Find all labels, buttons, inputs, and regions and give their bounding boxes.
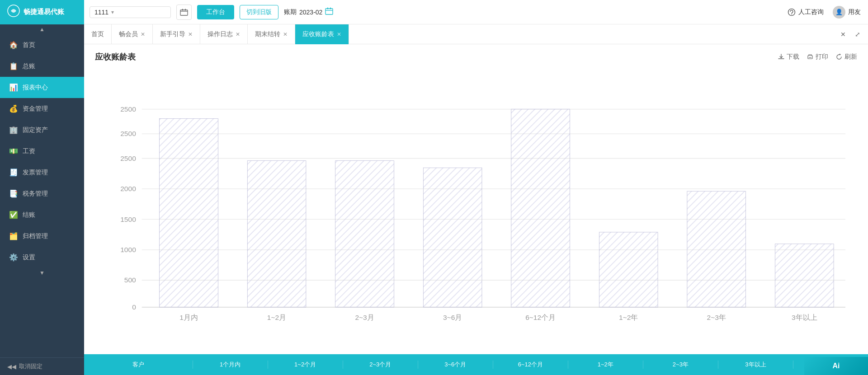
table-header: 客户 1个月内 1~2个月 2~3个月 3~6个月 6~12个月 1~2年 2~…	[84, 354, 868, 375]
print-button[interactable]: 打印	[807, 53, 828, 61]
switch-version-button[interactable]: 切到旧版	[240, 5, 278, 19]
svg-rect-32	[511, 109, 570, 307]
sidebar-scroll-down[interactable]: ▼	[0, 268, 84, 278]
tab-actions: ✕ ⤢	[836, 28, 868, 41]
tab-label-vip: 畅会员	[119, 30, 138, 38]
sidebar-item-ledger[interactable]: 📋 总账	[0, 56, 84, 77]
cancel-fixed-button[interactable]: ◀◀ 取消固定	[0, 357, 84, 375]
download-button[interactable]: 下载	[778, 53, 799, 61]
sidebar-label-assets: 固定资产	[23, 126, 48, 134]
svg-rect-4	[326, 9, 333, 14]
page-actions: 下载 打印 刷新	[778, 53, 857, 61]
sidebar-label-archive: 归档管理	[23, 232, 48, 240]
sidebar-item-home[interactable]: 🏠 首页	[0, 34, 84, 56]
page-header: 应收账龄表 下载 打印 刷新	[84, 44, 868, 68]
period-area: 账期 2023-02	[284, 7, 333, 17]
svg-rect-10	[809, 57, 811, 58]
content-area: 首页 畅会员 ✕ 新手引导 ✕ 操作日志 ✕ 期末结转 ✕ 应收账龄表 ✕	[84, 24, 868, 375]
sidebar-item-funds[interactable]: 💰 资金管理	[0, 98, 84, 119]
sidebar-item-archive[interactable]: 🗂️ 归档管理	[0, 225, 84, 247]
tax-icon: 📑	[9, 189, 18, 198]
consult-label: 人工咨询	[798, 8, 824, 16]
invoice-icon: 🧾	[9, 168, 18, 177]
logo-icon	[7, 5, 20, 20]
th-2-3year: 2~3年	[643, 361, 718, 369]
sidebar-label-tax: 税务管理	[23, 190, 48, 198]
svg-text:0: 0	[132, 303, 136, 311]
company-selector[interactable]: 1111 ▾	[90, 6, 171, 18]
tab-bar: 首页 畅会员 ✕ 新手引导 ✕ 操作日志 ✕ 期末结转 ✕ 应收账龄表 ✕	[84, 24, 868, 44]
tab-close-aging[interactable]: ✕	[337, 31, 341, 38]
ledger-icon: 📋	[9, 62, 18, 70]
salary-icon: 💵	[9, 147, 18, 155]
tab-close-oplog[interactable]: ✕	[236, 31, 240, 38]
svg-text:1500: 1500	[120, 216, 136, 223]
svg-text:500: 500	[124, 276, 136, 284]
sidebar-label-invoice: 发票管理	[23, 169, 48, 177]
sidebar-item-reports[interactable]: 📊 报表中心	[0, 77, 84, 98]
sidebar-item-checkout[interactable]: ✅ 结账	[0, 204, 84, 225]
expand-tab-action[interactable]: ⤢	[851, 28, 864, 41]
main-layout: ▲ 🏠 首页 📋 总账 📊 报表中心 💰 资金管理 🏢 固定资产 💵 工资 🧾 …	[0, 24, 868, 375]
company-name: 1111	[94, 9, 108, 16]
sidebar-scroll-up[interactable]: ▲	[0, 24, 84, 34]
sidebar: ▲ 🏠 首页 📋 总账 📊 报表中心 💰 资金管理 🏢 固定资产 💵 工资 🧾 …	[0, 24, 84, 375]
chart-svg: 2500 2500 2500 2000 1500 1000 500 0	[95, 75, 857, 354]
svg-rect-30	[335, 161, 394, 307]
ai-badge[interactable]: Ai	[804, 357, 868, 375]
calendar-icon[interactable]	[325, 7, 333, 17]
avatar: 👤	[833, 6, 845, 19]
period-label: 账期	[284, 8, 297, 16]
svg-rect-34	[687, 191, 746, 307]
sidebar-item-salary[interactable]: 💵 工资	[0, 141, 84, 162]
tab-vip[interactable]: 畅会员 ✕	[112, 24, 153, 44]
svg-rect-35	[775, 244, 834, 307]
th-2-3month: 2~3个月	[343, 361, 418, 369]
svg-text:2~3年: 2~3年	[707, 314, 726, 321]
archive-button[interactable]	[176, 5, 192, 20]
tab-label-oplog: 操作日志	[208, 30, 233, 38]
th-6-12month: 6~12个月	[493, 361, 568, 369]
user-area[interactable]: 👤 用友	[833, 6, 861, 19]
tab-close-guide[interactable]: ✕	[188, 31, 193, 38]
tab-guide[interactable]: 新手引导 ✕	[153, 24, 200, 44]
consult-button[interactable]: 人工咨询	[788, 8, 824, 16]
tab-home[interactable]: 首页	[84, 24, 112, 44]
refresh-label: 刷新	[844, 53, 857, 61]
download-label: 下载	[787, 53, 799, 61]
tab-oplog[interactable]: 操作日志 ✕	[200, 24, 248, 44]
sidebar-label-funds: 资金管理	[23, 105, 48, 113]
svg-rect-1	[180, 10, 188, 15]
sidebar-label-checkout: 结账	[23, 211, 35, 219]
svg-text:1~2月: 1~2月	[267, 314, 286, 321]
tab-label-aging: 应收账龄表	[302, 30, 334, 38]
workbench-button[interactable]: 工作台	[197, 5, 234, 19]
refresh-button[interactable]: 刷新	[835, 53, 857, 61]
svg-rect-9	[808, 56, 812, 59]
sidebar-item-invoice[interactable]: 🧾 发票管理	[0, 162, 84, 183]
funds-icon: 💰	[9, 104, 18, 113]
tab-label-home: 首页	[91, 30, 104, 38]
period-value: 2023-02	[299, 9, 322, 16]
tab-aging[interactable]: 应收账龄表 ✕	[295, 24, 349, 44]
tab-close-period-end[interactable]: ✕	[283, 31, 288, 38]
svg-rect-6	[330, 7, 331, 9]
tab-close-vip[interactable]: ✕	[141, 31, 145, 38]
sidebar-item-tax[interactable]: 📑 税务管理	[0, 183, 84, 204]
assets-icon: 🏢	[9, 126, 18, 134]
sidebar-item-settings[interactable]: ⚙️ 设置	[0, 247, 84, 268]
user-name: 用友	[848, 8, 861, 16]
sidebar-item-assets[interactable]: 🏢 固定资产	[0, 119, 84, 141]
svg-text:2500: 2500	[120, 130, 136, 137]
sidebar-label-home: 首页	[23, 41, 35, 49]
svg-text:2500: 2500	[120, 155, 136, 162]
chevron-down-icon: ▾	[111, 9, 114, 15]
archive-icon: 🗂️	[9, 232, 18, 240]
tab-period-end[interactable]: 期末结转 ✕	[248, 24, 295, 44]
svg-point-8	[791, 14, 792, 14]
close-tab-action[interactable]: ✕	[836, 28, 850, 41]
home-icon: 🏠	[9, 41, 18, 49]
svg-point-7	[788, 9, 795, 15]
th-3year-plus: 3年以上	[718, 361, 793, 369]
logo-text: 畅捷通易代账	[24, 8, 64, 16]
